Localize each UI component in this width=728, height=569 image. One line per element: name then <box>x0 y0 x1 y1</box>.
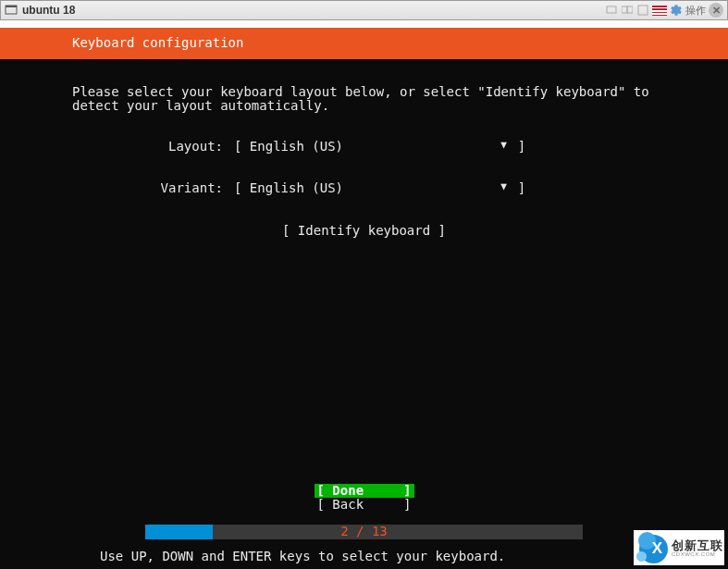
bracket-open: [ <box>234 181 250 195</box>
watermark-sub: CDXWCX.COM <box>672 551 723 557</box>
main-content: Please select your keyboard layout below… <box>0 59 728 238</box>
action-menu[interactable]: 操作 <box>685 4 706 18</box>
window-title: ubuntu 18 <box>22 4 605 17</box>
titlebar-controls: 操作 ✕ <box>605 3 723 18</box>
variant-row: Variant: [ English (US) ▼ ] <box>72 181 656 195</box>
window-titlebar: ubuntu 18 操作 ✕ <box>0 0 728 20</box>
watermark-logo-icon: X <box>636 532 668 563</box>
watermark-text: 创新互联 <box>672 539 723 551</box>
layout-value: English (US) <box>250 139 343 154</box>
progress-text: 2 / 13 <box>340 525 388 538</box>
us-flag-icon[interactable] <box>652 6 667 16</box>
page-title: Keyboard configuration <box>72 36 243 50</box>
identify-label: Identify keyboard <box>298 223 430 238</box>
top-border <box>0 20 728 28</box>
nav-buttons: [ Done] [ Back] <box>0 484 728 513</box>
gear-icon[interactable] <box>670 4 683 17</box>
svg-rect-1 <box>6 6 17 7</box>
page-header: Keyboard configuration <box>0 28 728 59</box>
app-icon <box>5 4 18 17</box>
progress-fill <box>145 525 213 539</box>
chevron-down-icon: ▼ <box>500 140 507 151</box>
layout-label: Layout: <box>72 140 234 154</box>
svg-rect-2 <box>607 6 616 13</box>
bottom-panel: [ Done] [ Back] 2 / 13 Use UP, DOWN and … <box>0 484 728 569</box>
back-button[interactable]: [ Back] <box>315 498 414 512</box>
variant-value: English (US) <box>250 180 343 195</box>
done-button[interactable]: [ Done] <box>315 484 414 498</box>
bracket-close: ] <box>518 140 525 154</box>
svg-rect-4 <box>627 6 633 13</box>
installer-screen: Keyboard configuration Please select you… <box>0 20 728 569</box>
layout-row: Layout: [ English (US) ▼ ] <box>72 140 656 154</box>
watermark: X 创新互联 CDXWCX.COM <box>634 530 724 565</box>
variant-label: Variant: <box>72 181 234 195</box>
bracket-close: ] <box>518 181 525 195</box>
dual-screen-icon[interactable] <box>621 4 634 17</box>
instruction-text: Please select your keyboard layout below… <box>72 85 656 114</box>
bracket-open: [ <box>234 140 250 154</box>
close-icon[interactable]: ✕ <box>709 3 723 18</box>
hint-text: Use UP, DOWN and ENTER keys to select yo… <box>0 550 728 569</box>
layout-dropdown[interactable]: [ English (US) ▼ ] <box>234 140 525 154</box>
variant-dropdown[interactable]: [ English (US) ▼ ] <box>234 181 525 195</box>
progress-bar: 2 / 13 <box>145 524 583 540</box>
svg-rect-5 <box>638 6 648 15</box>
svg-rect-3 <box>622 6 627 13</box>
identify-button[interactable]: [ Identify keyboard ] <box>72 224 656 238</box>
window-icon[interactable] <box>636 4 649 17</box>
chevron-down-icon: ▼ <box>500 181 507 192</box>
screen-icon[interactable] <box>605 4 618 17</box>
